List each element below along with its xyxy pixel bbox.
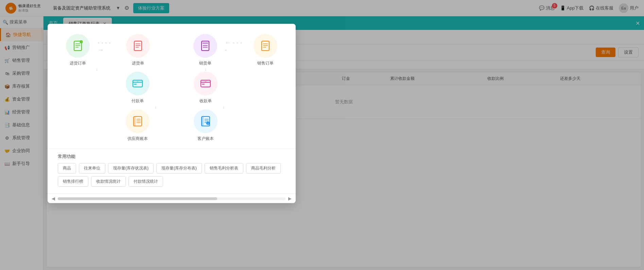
- svg-rect-34: [202, 116, 204, 126]
- common-buttons-area: 商品 往来单位 现存量(库存状况表) 现存量(库存分布表) 销售毛利分析表 商品…: [58, 163, 285, 174]
- flow-section: + 进货订单 - - - - → 进货单: [48, 24, 296, 148]
- common-btn-stock-status[interactable]: 现存量(库存状况表): [108, 163, 154, 174]
- scroll-right-arrow[interactable]: ▶: [288, 196, 292, 201]
- svg-rect-29: [134, 116, 136, 126]
- purchase-bill-icon: [126, 34, 150, 58]
- payment-icon: ¥: [126, 72, 150, 95]
- common-section: 常用功能 商品 往来单位 现存量(库存状况表) 现存量(库存分布表) 销售毛利分…: [48, 148, 296, 194]
- flow-item-sales-order[interactable]: 销售订单: [245, 34, 285, 66]
- svg-rect-26: [202, 84, 205, 85]
- flow-item-customer-ledger[interactable]: 人 客户账本: [185, 109, 226, 142]
- flow-item-purchase-bill[interactable]: 进货单: [118, 34, 158, 66]
- customer-ledger-label: 客户账本: [197, 136, 214, 142]
- v-arrow-rec: ↓: [203, 104, 244, 109]
- common-buttons-row2: 销售排行榜 收款情况统计 付款情况统计: [58, 176, 285, 187]
- sales-order-label: 销售订单: [257, 60, 274, 66]
- common-btn-stock-dist[interactable]: 现存量(库存分布表): [156, 163, 202, 174]
- svg-rect-8: [134, 41, 142, 51]
- scroll-left-arrow[interactable]: ◀: [52, 196, 55, 201]
- flow-item-purchase-order[interactable]: + 进货订单: [58, 34, 98, 66]
- svg-text:人: 人: [207, 122, 209, 125]
- scroll-track: [58, 197, 285, 200]
- v-arrow-pb: ↓: [76, 66, 117, 72]
- modal-scroll-area: + 进货订单 - - - - → 进货单: [48, 24, 296, 203]
- common-btn-product[interactable]: 商品: [58, 163, 76, 174]
- customer-ledger-icon: 人: [194, 109, 217, 133]
- sales-bill-label: 销货单: [199, 60, 211, 66]
- svg-text:+: +: [81, 41, 82, 43]
- flow-item-payment[interactable]: ¥ 付款单: [117, 72, 158, 104]
- supplier-ledger-label: 供应商账本: [127, 136, 148, 142]
- arrow-sb-from-so: ← - - - -: [225, 39, 246, 54]
- svg-rect-22: [134, 84, 137, 85]
- common-btn-receipt-stat[interactable]: 收款情况统计: [91, 176, 126, 187]
- v-arrow-pay: ↓: [135, 104, 176, 109]
- svg-rect-13: [203, 42, 208, 44]
- common-title: 常用功能: [58, 154, 285, 160]
- scroll-thumb: [58, 197, 217, 200]
- flow-item-supplier-ledger[interactable]: 供应商账本: [117, 109, 158, 142]
- supplier-ledger-icon: [126, 109, 150, 133]
- svg-rect-16: [262, 41, 269, 51]
- svg-text:¥: ¥: [205, 80, 207, 84]
- v-arrow-sb: ↓: [185, 66, 226, 72]
- svg-text:¥: ¥: [137, 80, 139, 84]
- common-btn-payment-stat[interactable]: 付款情况统计: [128, 176, 163, 187]
- common-btn-counterparty[interactable]: 往来单位: [79, 163, 105, 174]
- payment-label: 付款单: [132, 98, 144, 104]
- common-btn-sales-margin[interactable]: 销售毛利分析表: [205, 163, 243, 174]
- flow-item-sales-bill[interactable]: 销货单: [185, 34, 226, 66]
- purchase-bill-label: 进货单: [132, 60, 144, 66]
- common-btn-product-margin[interactable]: 商品毛利分析: [246, 163, 281, 174]
- receipt-label: 收款单: [199, 98, 212, 104]
- purchase-order-icon: +: [66, 34, 90, 58]
- modal-scrollbar: ◀ ▶: [48, 194, 296, 203]
- purchase-order-label: 进货订单: [70, 60, 86, 66]
- flow-item-receipt[interactable]: ¥ 收款单: [185, 72, 226, 104]
- sales-order-icon: [254, 34, 277, 58]
- common-btn-sales-rank[interactable]: 销售排行榜: [58, 176, 88, 187]
- receipt-icon: ¥: [194, 72, 217, 95]
- arrow-po-to-pb: - - - - →: [98, 39, 118, 54]
- sales-bill-icon: [193, 34, 217, 58]
- quick-nav-modal: + 进货订单 - - - - → 进货单: [48, 24, 296, 203]
